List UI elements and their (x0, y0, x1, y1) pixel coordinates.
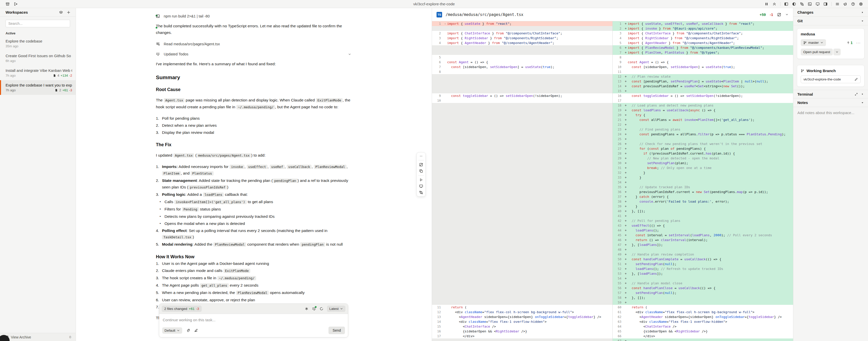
chevron-down-icon (340, 307, 343, 310)
tool-call-label: Updated Todos (164, 52, 188, 56)
assistant-heading: How It Works Now (156, 254, 351, 259)
assistant-heading: The Fix (156, 142, 351, 148)
open-pull-request-button[interactable]: Open pull request (801, 49, 833, 55)
plus-icon[interactable] (67, 10, 71, 14)
app-window: vk/3ccf-explore-the-code Workspaces Acti… (0, 0, 868, 341)
todos-icon[interactable] (312, 307, 316, 311)
search-input[interactable] (8, 22, 67, 26)
pencil-icon[interactable] (854, 78, 858, 81)
diff-line-filler (432, 136, 612, 142)
chevron-down-icon[interactable] (785, 13, 788, 16)
lines-added: +61 (189, 307, 195, 311)
play-icon[interactable] (419, 178, 423, 182)
tool-call-row[interactable]: npm run build 2>&1 | tail -80 (156, 14, 351, 18)
diff-old-column: 1-import { useState } from "react";2impo… (432, 21, 613, 341)
assistant-paragraph: I've implemented the fix. Here's a summa… (156, 61, 351, 67)
terminal-section-header[interactable]: Terminal (793, 90, 868, 98)
list-item-text: Polling effect: Set up a polling interva… (162, 227, 351, 240)
layers-icon[interactable] (59, 10, 63, 14)
panel-right-icon[interactable] (824, 2, 828, 6)
workspace-item[interactable]: Create Good First Issues on Github So po… (0, 51, 76, 65)
list-item: 2.Claude enters plan mode and calls Exit… (156, 268, 351, 274)
message-input[interactable]: Continue working on this task... (159, 314, 348, 324)
inline-code: useEffect (247, 165, 268, 169)
copy-icon[interactable] (419, 169, 423, 173)
tool-call-row[interactable]: Updated Todos (156, 52, 351, 56)
sign-out-icon[interactable] (14, 2, 18, 6)
list-item-text: User can review, annotate, approve, or r… (162, 297, 351, 303)
view-archive-button[interactable]: View Archive 0 (0, 333, 76, 341)
monitor-icon[interactable] (419, 184, 423, 188)
diff-line-filler (432, 189, 612, 194)
notes-section-header[interactable]: Notes (793, 98, 868, 107)
files-changed-chip[interactable]: 2 files changed +61 -3 (162, 306, 202, 312)
gear-icon[interactable] (859, 2, 863, 6)
git-compare-icon[interactable] (419, 190, 423, 194)
paperclip-icon[interactable] (186, 329, 190, 332)
drag-dots-icon[interactable] (419, 154, 423, 158)
asterisk-icon[interactable] (305, 307, 308, 311)
workspace-item[interactable]: Explore the codebase I want you to exp7h… (0, 80, 76, 95)
tool-call-row[interactable]: Read medusa/src/pages/Agent.tsx (156, 42, 351, 46)
contrast-icon[interactable] (792, 2, 796, 6)
diff-line-context: 11 (613, 69, 793, 74)
more-menu-button[interactable]: ··· (856, 40, 861, 45)
list-item-text: Calls invoke<PlanItem[]>('get_all_plans'… (164, 198, 351, 205)
chevron-down-icon[interactable] (348, 53, 351, 56)
diff-line-added: 54+ (613, 276, 793, 281)
terminal-icon[interactable] (808, 2, 812, 6)
diff-line-added: 67+ (613, 338, 793, 341)
diff-line-filler (432, 218, 612, 223)
diff-line-filler (432, 242, 612, 247)
diff-line-context: 17 </div> (432, 334, 612, 338)
pr-dropdown-button[interactable] (833, 49, 841, 55)
pen-icon[interactable] (194, 329, 198, 332)
workspace-item[interactable]: Install and integrate Vibe Kanban Web C7… (0, 65, 76, 80)
monitor-icon[interactable] (816, 2, 820, 6)
pause-icon[interactable] (765, 2, 769, 6)
inline-code: ~/.medusa/pending/ (217, 276, 256, 280)
workspace-meta: 6h ago (6, 59, 72, 63)
ahead-count: 1 (846, 41, 852, 45)
diff-line-added: 42+ // Poll for pending plans (613, 218, 793, 223)
branch-dropdown[interactable]: master (801, 39, 826, 46)
list-item: 4.Polling effect: Set up a polling inter… (156, 227, 351, 240)
diff-line-filler (432, 295, 612, 300)
assistant-paragraph: The Agent.tsx page was missing all plan … (156, 97, 351, 111)
git-compare-icon[interactable] (800, 2, 804, 6)
workspace-time: 6h ago (6, 59, 16, 63)
megaphone-icon[interactable] (843, 2, 847, 6)
chevrons-up-icon[interactable] (772, 2, 776, 6)
workspace-item[interactable]: Explore the codebase35m ago (0, 36, 76, 51)
diff-line-added: 41+ (613, 214, 793, 218)
changes-section-header[interactable]: Changes (793, 8, 868, 17)
workspaces-title: Workspaces (6, 10, 28, 14)
notes-input[interactable]: Add notes about this workspace... (793, 107, 868, 341)
latest-dropdown[interactable]: Latest (327, 306, 345, 312)
diff-line-added: 22+ (613, 122, 793, 127)
image-off-icon[interactable] (777, 13, 781, 17)
expand-icon[interactable] (855, 93, 858, 96)
list-marker: 4. (156, 282, 162, 289)
git-section-header[interactable]: Git (793, 17, 868, 25)
panel-left-icon[interactable] (784, 2, 788, 6)
send-button[interactable]: Send (329, 327, 345, 334)
diff-new-column: 1+import { useState, useEffect, useRef, … (613, 21, 793, 341)
help-icon[interactable] (851, 2, 855, 6)
diff-line-context: 11 return ( (432, 305, 612, 310)
diff-line-added: 26+ // Check for new pending plans that … (613, 142, 793, 146)
menu-icon[interactable] (835, 2, 839, 6)
working-branch-input[interactable]: vk/3ccf-explore-the-code (801, 75, 861, 83)
view-archive-label: View Archive (11, 335, 31, 339)
files-changed-label: 2 files changed (164, 307, 187, 311)
list-item-text: Polling logic: Added a loadPlans callbac… (162, 191, 351, 198)
list-marker: 3. (156, 191, 162, 198)
inline-code: pendingPlan (300, 242, 325, 247)
model-dropdown[interactable]: Default (162, 327, 182, 334)
workspace-search[interactable] (6, 20, 70, 27)
list-item: 2.State management: Added state for trac… (156, 177, 351, 190)
image-off-icon[interactable] (419, 163, 423, 167)
archive-icon[interactable] (6, 2, 10, 6)
diff-line-added: 47+ }, [loadPlans]); (613, 242, 793, 247)
diff-line-added: 13+ const [pendingPlan, setPendingPlan] … (613, 79, 793, 84)
